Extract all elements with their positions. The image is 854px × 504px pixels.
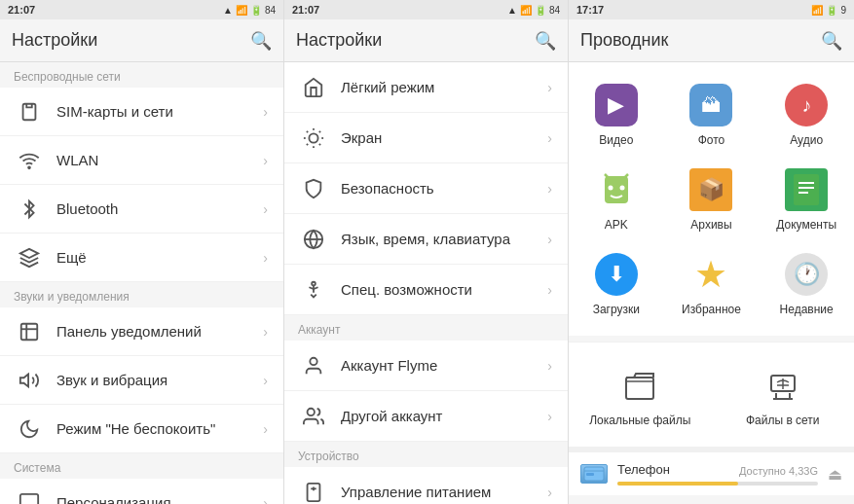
top-bar-1: Настройки 🔍 (0, 19, 283, 62)
storage-eject-icon[interactable]: ⏏ (828, 465, 842, 484)
svg-line-17 (319, 130, 320, 131)
other-acc-label: Другой аккаунт (341, 408, 547, 424)
personal-chevron: › (263, 495, 268, 505)
settings-item-bluetooth[interactable]: Bluetooth › (0, 185, 283, 234)
settings2-item-power[interactable]: Управление питанием › (284, 467, 568, 504)
photo-icon: 🏔 (687, 82, 734, 128)
flyme-label: Аккаунт Flyme (341, 357, 547, 374)
power-chevron: › (547, 485, 552, 500)
dnd-icon (16, 415, 43, 443)
star-icon: ★ (687, 251, 734, 298)
sound-icon (16, 367, 43, 394)
sim-icon (16, 98, 43, 126)
lang-label: Язык, время, клавиатура (341, 231, 547, 247)
time-1: 21:07 (8, 4, 35, 16)
status-bar-3: 17:17 📶 🔋 9 (569, 0, 854, 19)
settings2-item-screen[interactable]: Экран › (284, 113, 568, 163)
security-chevron: › (547, 181, 552, 197)
panel1-scroll: Беспроводные сети SIM-карты и сети › (0, 62, 283, 504)
settings-panel-2: 21:07 ▲ 📶 🔋 84 Настройки 🔍 Лёгкий режим … (284, 0, 569, 504)
svg-line-31 (624, 174, 628, 178)
file-item-net[interactable]: Файлы в сети (712, 352, 855, 437)
personal-label: Персонализация (56, 494, 263, 504)
svg-rect-0 (23, 103, 36, 120)
panel2-title: Настройки (296, 30, 382, 51)
settings-panel-1: 21:07 ▲ 📶 🔋 84 Настройки 🔍 Беспроводные … (0, 0, 284, 504)
file-item-apk[interactable]: APK (569, 157, 664, 241)
notif-chevron: › (263, 324, 268, 340)
settings-item-sim[interactable]: SIM-карты и сети › (0, 88, 283, 136)
settings-item-more[interactable]: Ещё › (0, 234, 283, 282)
flyme-icon (300, 352, 327, 379)
apk-label: APK (605, 218, 628, 232)
download-label: Загрузки (593, 303, 640, 316)
file-grid: ▶ Видео 🏔 Фото ♪ Аудио (569, 62, 854, 336)
svg-point-20 (312, 281, 316, 285)
svg-rect-23 (308, 483, 320, 500)
file-item-fav[interactable]: ★ Избранное (664, 241, 760, 326)
status-bar-2: 21:07 ▲ 📶 🔋 84 (284, 0, 568, 19)
settings-item-personal[interactable]: Персонализация › (0, 479, 283, 504)
settings2-item-other[interactable]: Другой аккаунт › (284, 391, 568, 442)
doc-label: Документы (776, 218, 836, 232)
dnd-label: Режим "Не беспокоить" (56, 420, 263, 437)
svg-marker-5 (20, 374, 28, 386)
settings-item-sound[interactable]: Звук и вибрация › (0, 356, 283, 405)
screen-icon (300, 125, 327, 152)
status-icons-1: ▲ 📶 🔋 84 (223, 5, 276, 16)
file-item-photo[interactable]: 🏔 Фото (664, 72, 760, 157)
settings2-item-light[interactable]: Лёгкий режим › (284, 62, 568, 113)
access-chevron: › (547, 282, 552, 298)
local-label: Локальные файлы (589, 414, 690, 427)
more-label: Ещё (56, 249, 263, 266)
panel3-title: Проводник (580, 30, 668, 51)
photo-label: Фото (698, 133, 725, 147)
status-icons-3: 📶 🔋 9 (811, 5, 846, 16)
file-item-doc[interactable]: Документы (759, 157, 854, 241)
settings2-item-flyme[interactable]: Аккаунт Flyme › (284, 341, 568, 391)
sim-label: SIM-карты и сети (56, 103, 263, 120)
svg-line-12 (307, 130, 308, 131)
net-label: Файлы в сети (746, 414, 820, 427)
bluetooth-chevron: › (263, 201, 268, 217)
flyme-chevron: › (547, 358, 552, 374)
settings2-item-security[interactable]: Безопасность › (284, 163, 568, 214)
panel3-scroll: ▶ Видео 🏔 Фото ♪ Аудио (569, 62, 854, 504)
filemanager-panel: 17:17 📶 🔋 9 Проводник 🔍 ▶ Видео 🏔 (569, 0, 854, 504)
wlan-label: WLAN (56, 152, 263, 168)
wifi-icon (16, 147, 43, 174)
settings2-item-lang[interactable]: Язык, время, клавиатура › (284, 214, 568, 265)
audio-icon: ♪ (783, 82, 830, 128)
svg-point-28 (608, 186, 613, 191)
section-system: Система (0, 453, 283, 479)
file-item-recent[interactable]: 🕐 Недавние (759, 241, 854, 326)
notif-icon (16, 318, 43, 345)
settings-item-dnd[interactable]: Режим "Не беспокоить" › (0, 405, 283, 453)
power-label: Управление питанием (341, 484, 547, 500)
recent-icon: 🕐 (783, 251, 830, 298)
search-icon-1[interactable]: 🔍 (250, 30, 272, 52)
wlan-chevron: › (263, 153, 268, 168)
file-item-audio[interactable]: ♪ Аудио (759, 72, 854, 157)
storage-size: Доступно 4,33G (739, 465, 818, 477)
file-item-video[interactable]: ▶ Видео (569, 72, 664, 157)
lang-chevron: › (547, 232, 552, 247)
section-sounds: Звуки и уведомления (0, 282, 283, 307)
power-icon (300, 479, 327, 505)
light-icon (300, 74, 327, 101)
search-icon-3[interactable]: 🔍 (821, 30, 842, 52)
settings-item-notif[interactable]: Панель уведомлений › (0, 307, 283, 356)
security-icon (300, 175, 327, 202)
file-item-local[interactable]: Локальные файлы (569, 352, 712, 437)
storage-progress-bar (617, 482, 738, 486)
search-icon-2[interactable]: 🔍 (535, 30, 556, 52)
sound-label: Звук и вибрация (56, 372, 263, 388)
file-item-download[interactable]: ⬇ Загрузки (569, 241, 664, 326)
access-label: Спец. возможности (341, 281, 547, 298)
settings-item-wlan[interactable]: WLAN › (0, 136, 283, 185)
sound-chevron: › (263, 373, 268, 388)
svg-point-21 (310, 357, 316, 364)
settings2-item-access[interactable]: Спец. возможности › (284, 265, 568, 315)
file-item-archive[interactable]: 📦 Архивы (664, 157, 760, 241)
other-acc-chevron: › (547, 409, 552, 424)
